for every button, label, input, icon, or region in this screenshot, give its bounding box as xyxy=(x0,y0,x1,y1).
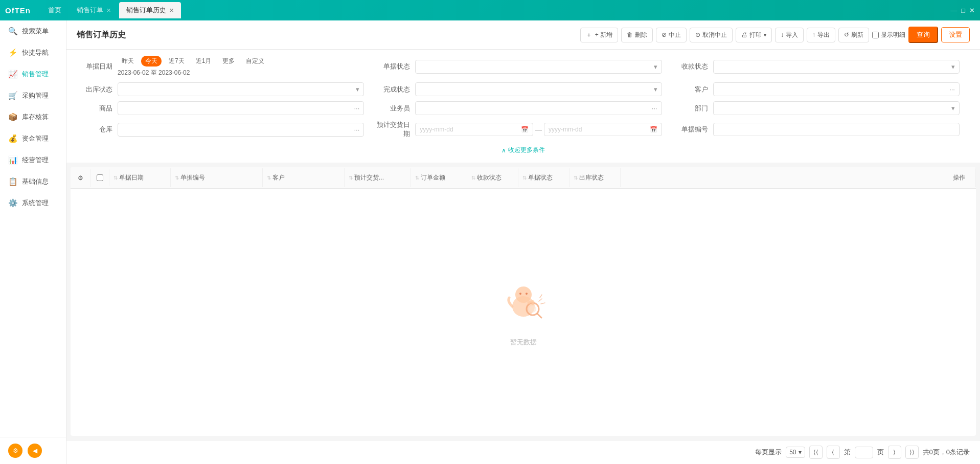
sort-icon-customer: ⇅ xyxy=(267,175,271,181)
tab-sales-order-history[interactable]: 销售订单历史 ✕ xyxy=(119,2,181,18)
empty-icon xyxy=(498,278,549,329)
order-status-label: 单据状态 xyxy=(374,62,415,71)
th-payment-status[interactable]: ⇅ 收款状态 xyxy=(467,168,518,187)
page-label: 页 xyxy=(877,448,884,457)
import-icon: ↓ xyxy=(781,31,784,38)
content-area: 销售订单历史 ＋ + 新增 🗑 删除 ⊘ 中止 ⊙ 取消中止 xyxy=(66,20,980,464)
refresh-icon: ↺ xyxy=(844,31,849,38)
setting-button[interactable]: 设置 xyxy=(941,27,970,42)
order-no-input[interactable] xyxy=(713,123,960,136)
tab-list: 首页 销售订单 ✕ 销售订单历史 ✕ xyxy=(41,2,950,18)
date-1month[interactable]: 近1月 xyxy=(192,56,216,67)
expected-date-end[interactable]: yyyy-mm-dd 📅 xyxy=(544,123,662,136)
page-size-select[interactable]: 50 ▾ xyxy=(786,447,805,458)
date-today[interactable]: 今天 xyxy=(141,56,162,67)
customer-field[interactable]: ··· xyxy=(713,82,960,96)
expected-date-start[interactable]: yyyy-mm-dd 📅 xyxy=(415,123,533,136)
salesperson-field[interactable]: ··· xyxy=(415,101,662,115)
sort-icon-payment: ⇅ xyxy=(471,175,475,181)
warehouse-field[interactable]: ··· xyxy=(118,123,364,137)
date-7days[interactable]: 近7天 xyxy=(165,56,189,67)
table-header: ⚙ ⇅ 单据日期 ⇅ 单据编号 ⇅ 客户 ⇅ xyxy=(71,167,976,189)
page-number-input[interactable]: 1 xyxy=(855,447,873,458)
date-more[interactable]: 更多 xyxy=(218,56,239,67)
goods-group: 商品 ··· xyxy=(77,101,364,115)
filter-row-2: 出库状态 ▾ 完成状态 ▾ 客户 xyxy=(77,82,970,96)
settings-bottom-icon[interactable]: ⚙ xyxy=(8,444,22,458)
minimize-icon[interactable]: — xyxy=(950,7,957,14)
export-icon: ↑ xyxy=(812,31,815,38)
sort-icon-date: ⇅ xyxy=(113,175,118,181)
th-customer[interactable]: ⇅ 客户 xyxy=(263,168,345,187)
date-filter-group: 单据日期 昨天 今天 近7天 近1月 更多 自定义 2023-06-02 至 2… xyxy=(77,56,364,77)
department-select[interactable]: ▾ xyxy=(713,101,960,115)
close-tab-sales-order-icon[interactable]: ✕ xyxy=(106,7,111,14)
first-page-button[interactable]: ⟨⟨ xyxy=(809,446,823,459)
main-layout: 🔍 搜索菜单 ⚡ 快捷导航 📈 销售管理 🛒 采购管理 📦 库存核算 💰 资金管… xyxy=(0,20,980,464)
th-order-status[interactable]: ⇅ 单据状态 xyxy=(518,168,569,187)
show-detail-checkbox-label[interactable]: 显示明细 xyxy=(872,31,905,39)
page-header: 销售订单历史 ＋ + 新增 🗑 删除 ⊘ 中止 ⊙ 取消中止 xyxy=(66,20,980,50)
sidebar-item-inventory[interactable]: 📦 库存核算 xyxy=(0,106,66,128)
export-button[interactable]: ↑ 导出 xyxy=(807,28,835,42)
topbar-right: — □ ✕ xyxy=(950,7,975,14)
total-text: 共0页，0条记录 xyxy=(923,448,970,457)
order-status-group: 单据状态 ▾ xyxy=(374,60,662,74)
th-date[interactable]: ⇅ 单据日期 xyxy=(109,168,171,187)
th-amount[interactable]: ⇅ 订单金额 xyxy=(411,168,467,187)
department-arrow-icon: ▾ xyxy=(951,104,955,112)
th-checkbox[interactable] xyxy=(91,169,109,186)
department-group: 部门 ▾ xyxy=(672,101,960,115)
prev-page-button[interactable]: ⟨ xyxy=(827,446,840,459)
sidebar-item-finance[interactable]: 💰 资金管理 xyxy=(0,128,66,149)
date-yesterday[interactable]: 昨天 xyxy=(118,56,138,67)
tab-sales-order[interactable]: 销售订单 ✕ xyxy=(70,2,118,18)
goods-field[interactable]: ··· xyxy=(118,101,364,115)
collapse-sidebar-icon[interactable]: ◀ xyxy=(28,444,42,458)
th-delivery[interactable]: ⇅ 预计交货... xyxy=(345,168,411,187)
th-order-no[interactable]: ⇅ 单据编号 xyxy=(171,168,263,187)
sidebar-item-purchase[interactable]: 🛒 采购管理 xyxy=(0,85,66,106)
tab-home[interactable]: 首页 xyxy=(41,2,69,18)
new-button[interactable]: ＋ + 新增 xyxy=(580,28,618,42)
import-button[interactable]: ↓ 导入 xyxy=(775,28,804,42)
sidebar-item-quick-nav[interactable]: ⚡ 快捷导航 xyxy=(0,42,66,63)
svg-point-1 xyxy=(515,286,532,303)
delete-button[interactable]: 🗑 删除 xyxy=(621,28,653,42)
stop-button[interactable]: ⊘ 中止 xyxy=(656,28,687,42)
show-detail-checkbox[interactable] xyxy=(872,32,879,38)
sidebar-item-basic-info[interactable]: 📋 基础信息 xyxy=(0,171,66,192)
sidebar-item-sales[interactable]: 📈 销售管理 xyxy=(0,63,66,85)
goods-label: 商品 xyxy=(77,104,118,113)
last-page-button[interactable]: ⟩⟩ xyxy=(905,446,919,459)
refresh-button[interactable]: ↺ 刷新 xyxy=(838,28,869,42)
order-status-select[interactable]: ▾ xyxy=(415,60,662,74)
select-all-checkbox[interactable] xyxy=(97,174,103,181)
out-status-group: 出库状态 ▾ xyxy=(77,82,364,96)
close-tab-history-icon[interactable]: ✕ xyxy=(169,7,174,14)
goods-dots-icon: ··· xyxy=(354,104,359,112)
out-status-label: 出库状态 xyxy=(77,85,118,94)
sidebar-item-search[interactable]: 🔍 搜索菜单 xyxy=(0,20,66,42)
maximize-icon[interactable]: □ xyxy=(961,7,965,14)
window-close-icon[interactable]: ✕ xyxy=(969,7,975,14)
brand: OfTEn xyxy=(5,6,31,15)
payment-status-select[interactable]: ▾ xyxy=(713,60,960,74)
date-separator: — xyxy=(535,126,542,134)
th-out-status[interactable]: ⇅ 出库状态 xyxy=(569,168,621,187)
next-page-button[interactable]: ⟩ xyxy=(888,446,901,459)
print-button[interactable]: 🖨 打印 ▾ xyxy=(736,28,772,42)
cancel-stop-button[interactable]: ⊙ 取消中止 xyxy=(690,28,733,42)
sidebar-item-system[interactable]: ⚙️ 系统管理 xyxy=(0,192,66,214)
collapse-bar[interactable]: ∧ 收起更多条件 xyxy=(77,144,970,157)
complete-status-select[interactable]: ▾ xyxy=(415,82,662,96)
svg-line-6 xyxy=(537,314,541,318)
out-status-select[interactable]: ▾ xyxy=(118,82,364,96)
query-button[interactable]: 查询 xyxy=(908,27,938,43)
stop-icon: ⊘ xyxy=(662,31,667,38)
date-custom[interactable]: 自定义 xyxy=(242,56,268,67)
th-settings[interactable]: ⚙ xyxy=(71,169,91,187)
sidebar-item-operations[interactable]: 📊 经营管理 xyxy=(0,149,66,171)
page-size-arrow-icon: ▾ xyxy=(799,449,802,456)
expected-date-group: 预计交货日期 yyyy-mm-dd 📅 — yyyy-mm-dd 📅 xyxy=(374,120,662,139)
